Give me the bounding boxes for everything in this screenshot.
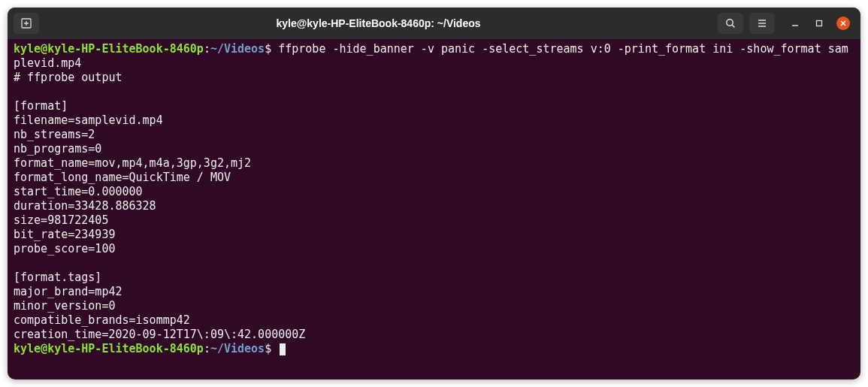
titlebar: kyle@kyle-HP-EliteBook-8460p: ~/Videos [8, 8, 860, 39]
prompt-separator: : [204, 342, 210, 355]
terminal-window: kyle@kyle-HP-EliteBook-8460p: ~/Videos [8, 8, 860, 379]
output-line: bit_rate=234939 [14, 228, 115, 241]
output-header: # ffprobe output [14, 71, 122, 84]
terminal-body[interactable]: kyle@kyle-HP-EliteBook-8460p:~/Videos$ f… [8, 39, 860, 379]
output-line: format_long_name=QuickTime / MOV [14, 171, 231, 184]
search-icon [724, 17, 736, 29]
output-line: creation_time=2020-09-12T17\:09\:42.0000… [14, 328, 305, 341]
svg-point-3 [727, 20, 733, 26]
close-icon [839, 20, 847, 27]
output-line: size=981722405 [14, 213, 108, 227]
output-section1: [format] [14, 99, 68, 113]
new-tab-icon [20, 17, 32, 29]
maximize-button[interactable] [812, 17, 826, 30]
output-line: probe_score=100 [14, 242, 115, 255]
prompt-symbol: $ [265, 42, 271, 56]
output-line: minor_version=0 [14, 299, 115, 313]
minimize-icon [791, 20, 799, 27]
output-line: major_brand=mp42 [14, 285, 122, 298]
menu-button[interactable] [749, 13, 775, 34]
output-line: start_time=0.000000 [14, 185, 143, 198]
prompt-user: kyle@kyle-HP-EliteBook-8460p [14, 42, 204, 56]
output-line: nb_streams=2 [14, 128, 95, 141]
window-title: kyle@kyle-HP-EliteBook-8460p: ~/Videos [45, 17, 712, 29]
output-line: nb_programs=0 [14, 142, 101, 156]
search-button[interactable] [718, 13, 743, 34]
new-tab-button[interactable] [14, 13, 39, 34]
prompt-symbol: $ [265, 342, 271, 355]
prompt-path: ~/Videos [210, 342, 265, 355]
cursor [280, 343, 286, 355]
output-line: duration=33428.886328 [14, 199, 156, 213]
hamburger-icon [756, 17, 768, 29]
prompt-separator: : [204, 42, 210, 56]
window-controls [788, 17, 850, 30]
output-section2: [format.tags] [14, 271, 101, 284]
prompt-user: kyle@kyle-HP-EliteBook-8460p [14, 342, 204, 355]
prompt-path: ~/Videos [210, 42, 265, 56]
titlebar-right [718, 13, 854, 34]
close-button[interactable] [836, 17, 850, 30]
maximize-icon [815, 20, 823, 27]
svg-rect-9 [817, 21, 822, 26]
minimize-button[interactable] [788, 17, 802, 30]
output-line: filename=samplevid.mp4 [14, 113, 163, 127]
svg-line-4 [732, 25, 734, 27]
output-line: compatible_brands=isommp42 [14, 313, 190, 327]
output-line: format_name=mov,mp4,m4a,3gp,3g2,mj2 [14, 156, 251, 170]
